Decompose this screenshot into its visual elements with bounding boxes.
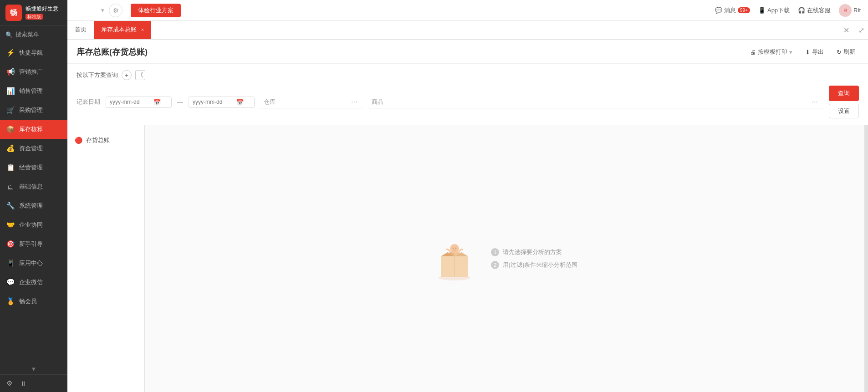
sidebar-item-new-guide[interactable]: 🎯 新手引导 — [0, 234, 67, 254]
empty-tip-1: 1 请先选择要分析的方案 — [491, 248, 577, 256]
sidebar-item-marketing[interactable]: 📢 营销推广 — [0, 62, 67, 81]
sidebar-scroll-down[interactable]: ▼ — [0, 364, 67, 374]
page-title: 库存总账(存货总账) — [77, 46, 148, 57]
sidebar-item-basic[interactable]: 🗂 基础信息 — [0, 177, 67, 196]
user-avatar: R — [839, 4, 852, 17]
empty-tips: 1 请先选择要分析的方案 2 用[过滤]条件来缩小分析范围 — [491, 248, 577, 269]
tab-home[interactable]: 首页 — [67, 21, 94, 39]
chevron-down-icon: ▾ — [101, 7, 104, 14]
product-more-icon[interactable]: ··· — [810, 98, 820, 106]
filter-area: 按以下方案查询 + 《 记账日期 📅 — 📅 仓库 ··· — [67, 64, 868, 125]
sidebar-item-label: 采购管理 — [19, 106, 43, 114]
pause-icon[interactable]: ⏸ — [20, 380, 26, 387]
settings-gear-button[interactable]: ⚙ — [109, 4, 123, 17]
search-label: 搜索菜单 — [15, 31, 39, 39]
sidebar-item-label: 基础信息 — [19, 183, 43, 191]
tabs-bar: 首页 库存成本总账 × ✕ ⤢ — [67, 21, 868, 40]
warehouse-input[interactable]: 仓库 ··· — [260, 96, 363, 108]
message-btn[interactable]: 💬 消息 99+ — [715, 6, 750, 15]
filter-collapse-btn[interactable]: 《 — [135, 70, 145, 80]
tip-text-2: 用[过滤]条件来缩小分析范围 — [503, 261, 577, 269]
scheme-item-inventory-ledger[interactable]: 🔴 存货总账 — [67, 132, 144, 149]
warehouse-field-label: 仓库 — [264, 98, 276, 106]
settings-icon[interactable]: ⚙ — [6, 379, 12, 387]
export-label: 导出 — [812, 48, 824, 56]
filter-label-row: 按以下方案查询 + 《 — [77, 70, 859, 80]
sidebar-item-app-center[interactable]: 📱 应用中心 — [0, 254, 67, 273]
sidebar-item-label: 新手引导 — [19, 240, 43, 248]
sidebar-item-member[interactable]: 🏅 畅会员 — [0, 292, 67, 311]
tip-text-1: 请先选择要分析的方案 — [503, 248, 562, 256]
new-guide-icon: 🎯 — [6, 240, 15, 248]
industry-btn[interactable]: 体验行业方案 — [131, 4, 181, 17]
sidebar-search[interactable]: 🔍 搜索菜单 — [0, 26, 67, 43]
tab-close-btn[interactable]: ✕ — [838, 26, 855, 35]
settings-button[interactable]: 设置 — [829, 104, 859, 118]
print-icon: 🖨 — [750, 49, 756, 56]
print-template-btn[interactable]: 🖨 按模板打印 ▾ — [746, 46, 796, 58]
sidebar-item-system[interactable]: 🔧 系统管理 — [0, 196, 67, 215]
sidebar-item-operations[interactable]: 📋 经营管理 — [0, 158, 67, 177]
enterprise-icon: 🤝 — [6, 221, 15, 229]
sidebar-item-enterprise[interactable]: 🤝 企业协同 — [0, 215, 67, 234]
sidebar-item-quick-nav[interactable]: ⚡ 快捷导航 — [0, 43, 67, 62]
sidebar: 畅 畅捷通好生意 标准版 🔍 搜索菜单 ⚡ 快捷导航 📢 营销推广 📊 销售管理… — [0, 0, 67, 392]
product-input[interactable]: 商品 ··· — [368, 96, 823, 108]
online-service-btn[interactable]: 🎧 在线客服 — [798, 6, 831, 15]
operations-icon: 📋 — [6, 163, 15, 172]
topbar: ▾ ⚙ 体验行业方案 💬 消息 99+ 📱 App下载 🎧 在线客服 R Rit — [67, 0, 868, 21]
export-btn[interactable]: ⬇ 导出 — [802, 46, 827, 58]
online-service-label: 在线客服 — [807, 6, 831, 15]
sidebar-logo: 畅 畅捷通好生意 标准版 — [0, 0, 67, 26]
sidebar-item-label: 库存核算 — [19, 125, 43, 133]
tab-expand-btn[interactable]: ⤢ — [855, 26, 868, 35]
tab-inventory-ledger[interactable]: 库存成本总账 × — [94, 21, 151, 39]
sidebar-item-label: 企业协同 — [19, 221, 43, 229]
breadcrumb-text — [75, 6, 98, 15]
expand-icon: ⤢ — [858, 26, 864, 35]
product-field[interactable] — [386, 99, 807, 105]
filter-inputs-row: 记账日期 📅 — 📅 仓库 ··· 商品 — [77, 86, 859, 118]
app-logo-icon: 畅 — [5, 5, 22, 21]
date-end-field[interactable] — [193, 99, 234, 105]
scheme-item-icon: 🔴 — [75, 137, 82, 144]
date-separator: — — [177, 99, 183, 106]
sidebar-item-finance[interactable]: 💰 资金管理 — [0, 139, 67, 158]
app-name-block: 畅捷通好生意 标准版 — [26, 5, 58, 20]
inventory-icon: 📦 — [6, 125, 15, 133]
page-header-actions: 🖨 按模板打印 ▾ ⬇ 导出 ↻ 刷新 — [746, 46, 859, 58]
sidebar-item-label: 营销推广 — [19, 68, 43, 76]
app-center-icon: 📱 — [6, 259, 15, 267]
warehouse-field[interactable] — [278, 99, 347, 105]
topbar-right: 💬 消息 99+ 📱 App下载 🎧 在线客服 R Rit — [715, 4, 861, 17]
calendar-icon[interactable]: 📅 — [153, 99, 161, 106]
tab-close-icon[interactable]: × — [141, 27, 144, 32]
query-button[interactable]: 查询 — [829, 86, 859, 101]
app-download-btn[interactable]: 📱 App下载 — [758, 6, 790, 15]
refresh-btn[interactable]: ↻ 刷新 — [833, 46, 859, 58]
filter-add-btn[interactable]: + — [122, 70, 132, 80]
date-end-input[interactable]: 📅 — [189, 97, 255, 108]
right-scroll-panel — [864, 125, 868, 392]
scheme-item-label: 存货总账 — [86, 136, 110, 144]
user-menu[interactable]: R Rit — [839, 4, 861, 17]
sidebar-item-inventory[interactable]: 📦 库存核算 — [0, 120, 67, 139]
sidebar-item-purchase[interactable]: 🛒 采购管理 — [0, 101, 67, 120]
print-label: 按模板打印 — [758, 48, 787, 56]
sidebar-item-sales[interactable]: 📊 销售管理 — [0, 81, 67, 101]
calendar-icon[interactable]: 📅 — [236, 99, 244, 106]
export-icon: ⬇ — [805, 49, 810, 56]
search-icon: 🔍 — [5, 31, 13, 38]
tip-num-1: 1 — [491, 248, 499, 256]
content-area: 库存总账(存货总账) 🖨 按模板打印 ▾ ⬇ 导出 ↻ 刷新 — [67, 40, 868, 392]
date-start-input[interactable]: 📅 — [106, 97, 172, 108]
sidebar-item-label: 经营管理 — [19, 163, 43, 172]
sidebar-item-label: 系统管理 — [19, 202, 43, 210]
filter-scheme-label: 按以下方案查询 — [77, 71, 118, 79]
more-icon[interactable]: ··· — [349, 98, 359, 106]
chevron-down-icon: ▼ — [31, 366, 37, 372]
sidebar-item-wechat[interactable]: 💬 企业微信 — [0, 273, 67, 292]
chevron-down-icon: ▾ — [789, 49, 792, 56]
date-start-field[interactable] — [110, 99, 151, 105]
service-icon: 🎧 — [798, 7, 805, 14]
